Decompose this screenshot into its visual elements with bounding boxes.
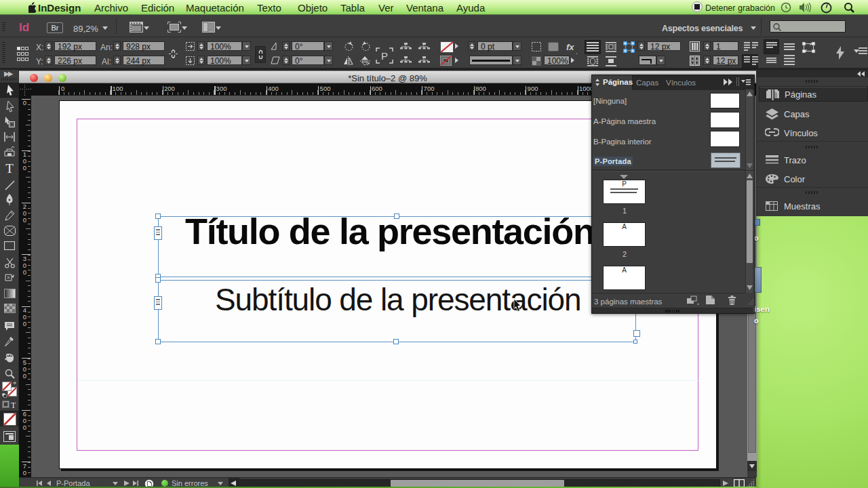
svg-text:P: P	[381, 50, 388, 62]
svg-text:T: T	[11, 401, 16, 409]
